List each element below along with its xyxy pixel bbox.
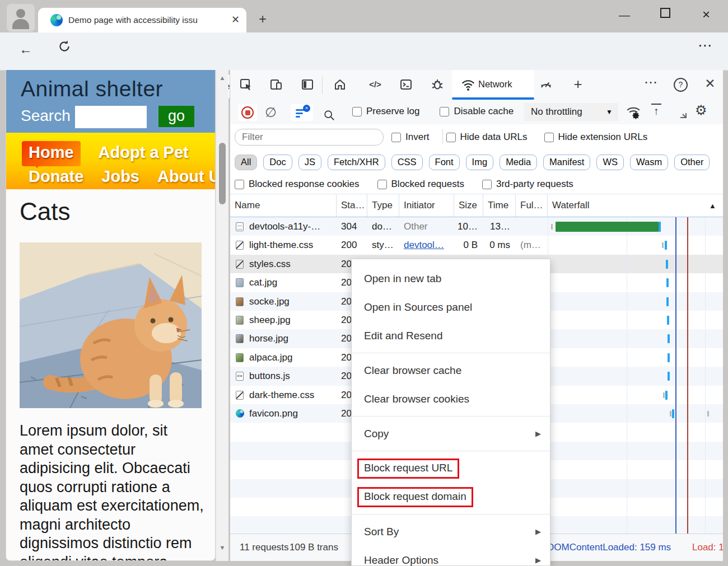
type-filter-wasm[interactable]: Wasm bbox=[630, 155, 668, 170]
type-filter-all[interactable]: All bbox=[235, 155, 257, 170]
column-header-name[interactable]: Name bbox=[230, 194, 337, 217]
nav-item-jobs[interactable]: Jobs bbox=[101, 167, 139, 186]
request-name[interactable]: light-theme.css bbox=[249, 236, 337, 255]
network-request-row-light-theme-css[interactable]: light-theme.css200sty…devtool…0 B0 ms(m… bbox=[230, 236, 723, 255]
inspect-icon[interactable] bbox=[239, 78, 254, 92]
issues-tab-bug-icon[interactable] bbox=[431, 78, 445, 92]
go-button[interactable]: go bbox=[158, 106, 194, 127]
context-menu-item-block-request-url[interactable]: Block request URL bbox=[352, 454, 550, 483]
export-har-icon[interactable] bbox=[679, 111, 687, 119]
network-conditions-icon[interactable] bbox=[626, 104, 641, 120]
performance-gauge-icon[interactable] bbox=[539, 78, 554, 92]
nav-item-donate[interactable]: Donate bbox=[29, 167, 83, 186]
checkbox-icon[interactable] bbox=[482, 180, 492, 189]
context-menu-item-edit-and-resend[interactable]: Edit and Resend bbox=[352, 321, 550, 350]
type-filter-js[interactable]: JS bbox=[298, 155, 321, 170]
request-name[interactable]: devtools-a11y-… bbox=[249, 217, 337, 236]
column-header-waterfall[interactable]: Waterfall bbox=[548, 194, 723, 217]
import-har-icon[interactable]: ↑ bbox=[651, 104, 661, 118]
request-name[interactable]: favicon.png bbox=[249, 404, 337, 423]
column-header-initiator[interactable]: Initiator bbox=[399, 194, 454, 217]
request-name[interactable]: alpaca.jpg bbox=[249, 348, 337, 367]
context-menu-item-open-in-sources-panel[interactable]: Open in Sources panel bbox=[352, 293, 550, 321]
request-type[interactable]: do… bbox=[372, 217, 399, 236]
checkbox-icon[interactable] bbox=[235, 180, 244, 189]
request-name[interactable]: horse.jpg bbox=[249, 329, 337, 348]
option-checkbox-3rd-party-requests[interactable]: 3rd-party requests bbox=[482, 179, 573, 190]
context-menu-item-sort-by[interactable]: Sort By▶ bbox=[352, 517, 550, 546]
devtools-help-icon[interactable]: ? bbox=[674, 78, 688, 92]
context-menu-item-block-request-domain[interactable]: Block request domain bbox=[352, 483, 550, 511]
disable-cache-checkbox[interactable]: Disable cache bbox=[440, 106, 514, 117]
status-code[interactable]: 304 bbox=[341, 217, 367, 236]
elements-tab-code-icon[interactable]: </> bbox=[368, 79, 382, 94]
request-name[interactable]: styles.css bbox=[249, 255, 337, 274]
preserve-log-checkbox[interactable]: Preserve log bbox=[352, 106, 419, 117]
option-checkbox-blocked-response-cookies[interactable]: Blocked response cookies bbox=[235, 179, 360, 190]
refresh-button[interactable] bbox=[57, 39, 72, 54]
context-menu-item-copy[interactable]: Copy▶ bbox=[352, 419, 550, 448]
scroll-up-icon[interactable]: ▲ bbox=[216, 74, 228, 81]
network-filter-input[interactable] bbox=[235, 129, 384, 146]
column-header-time[interactable]: Time bbox=[483, 194, 516, 217]
devtools-more-options-icon[interactable]: ⋯ bbox=[643, 74, 658, 89]
type-filter-img[interactable]: Img bbox=[466, 155, 494, 170]
welcome-tab-home-icon[interactable] bbox=[333, 78, 348, 92]
filter-checkbox-hide-extension-urls[interactable]: Hide extension URLs bbox=[544, 132, 648, 143]
nav-item-about-us[interactable]: About Us bbox=[157, 167, 216, 186]
close-window-button[interactable]: × bbox=[698, 7, 715, 22]
request-name[interactable]: dark-theme.css bbox=[249, 386, 337, 405]
column-header-size[interactable]: Size bbox=[454, 194, 483, 217]
profile-avatar[interactable] bbox=[7, 4, 35, 32]
context-menu-item-clear-browser-cookies[interactable]: Clear browser cookies bbox=[352, 385, 550, 413]
filter-checkbox-hide-data-urls[interactable]: Hide data URLs bbox=[446, 132, 528, 143]
devtools-close-icon[interactable]: ✕ bbox=[703, 76, 717, 91]
type-filter-font[interactable]: Font bbox=[429, 155, 460, 170]
search-icon[interactable] bbox=[323, 107, 335, 124]
nav-item-adopt-a-pet[interactable]: Adopt a Pet bbox=[99, 143, 189, 162]
checkbox-icon[interactable] bbox=[446, 133, 456, 142]
clear-network-log-icon[interactable]: ∅ bbox=[265, 104, 277, 121]
network-settings-gear-icon[interactable]: ⚙ bbox=[695, 102, 707, 118]
context-menu-item-clear-browser-cache[interactable]: Clear browser cache bbox=[352, 356, 550, 385]
device-emulation-icon[interactable] bbox=[269, 78, 284, 92]
status-code[interactable]: 200 bbox=[341, 236, 367, 255]
maximize-button[interactable] bbox=[657, 8, 674, 21]
checkbox-icon[interactable] bbox=[391, 133, 401, 142]
browser-tab[interactable]: Demo page with accessibility issu ✕ bbox=[38, 8, 246, 32]
toolbar-more-icon[interactable]: ⋯ bbox=[698, 37, 712, 54]
type-filter-ws[interactable]: WS bbox=[596, 155, 624, 170]
checkbox-icon[interactable] bbox=[377, 180, 387, 189]
scrollbar-thumb[interactable] bbox=[219, 143, 226, 204]
request-type[interactable]: sty… bbox=[372, 236, 399, 255]
throttling-select[interactable]: No throttling ▼ bbox=[524, 103, 618, 121]
type-filter-doc[interactable]: Doc bbox=[263, 155, 292, 170]
initiator[interactable]: Other bbox=[404, 217, 454, 236]
record-network-log-button[interactable] bbox=[238, 104, 257, 121]
checkbox-icon[interactable] bbox=[440, 107, 449, 116]
column-header-sta[interactable]: Sta… bbox=[337, 194, 367, 217]
page-scrollbar[interactable]: ▲ ▼ bbox=[216, 70, 228, 561]
search-input[interactable] bbox=[75, 106, 147, 128]
checkbox-icon[interactable] bbox=[352, 107, 362, 116]
column-header-type[interactable]: Type bbox=[367, 194, 399, 217]
context-menu-item-open-in-new-tab[interactable]: Open in new tab bbox=[352, 264, 550, 293]
type-filter-media[interactable]: Media bbox=[500, 155, 537, 170]
request-name[interactable]: sheep.jpg bbox=[249, 311, 337, 330]
filter-toggle-button[interactable]: × bbox=[291, 104, 313, 121]
nav-item-home[interactable]: Home bbox=[22, 141, 81, 166]
type-filter-fetch-xhr[interactable]: Fetch/XHR bbox=[328, 155, 385, 170]
checkbox-icon[interactable] bbox=[544, 133, 554, 142]
panel-layout-icon[interactable] bbox=[301, 78, 315, 92]
more-tabs-plus-icon[interactable]: + bbox=[571, 76, 585, 90]
network-request-row-devtools-a11y[interactable]: devtools-a11y-…304do…Other10…13… bbox=[230, 217, 723, 236]
filter-checkbox-invert[interactable]: Invert bbox=[391, 132, 430, 143]
minimize-button[interactable]: — bbox=[616, 9, 633, 22]
context-menu-item-header-options[interactable]: Header Options▶ bbox=[352, 546, 550, 566]
request-name[interactable]: buttons.js bbox=[249, 367, 337, 386]
tab-close-icon[interactable]: ✕ bbox=[231, 13, 240, 26]
type-filter-manifest[interactable]: Manifest bbox=[543, 155, 590, 170]
new-tab-button[interactable]: + bbox=[259, 11, 267, 27]
network-tab[interactable]: Network bbox=[452, 70, 534, 100]
type-filter-other[interactable]: Other bbox=[674, 155, 710, 170]
